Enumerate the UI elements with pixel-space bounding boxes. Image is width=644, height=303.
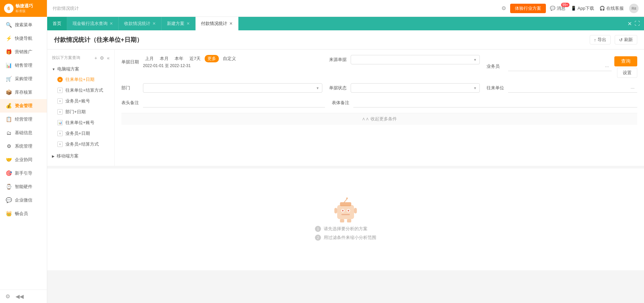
topbar-gear-icon[interactable]: ⚙ <box>501 5 506 11</box>
tab-new-plan-close-icon[interactable]: ✕ <box>186 21 190 26</box>
scheme-item-table-icon2: ≡ <box>57 98 63 104</box>
tab-receivable[interactable]: 收款情况统计 ✕ <box>119 17 162 30</box>
sidebar-item-purchase[interactable]: 🛒 采购管理 <box>0 72 47 86</box>
tab-receivable-label: 收款情况统计 <box>124 21 150 27</box>
filter-item-partner: 往来单位 ··· <box>487 83 637 93</box>
add-scheme-btn[interactable]: + <box>94 55 97 61</box>
scheme-item-unit-settle[interactable]: ≡ 往来单位+结算方式 <box>47 85 114 96</box>
sidebar-item-hardware[interactable]: ⌚ 智能硬件 <box>0 180 47 193</box>
notification-btn[interactable]: 💬 消息 99+ <box>550 5 565 11</box>
tab-bank-flow[interactable]: 现金银行流水查询 ✕ <box>67 17 119 30</box>
partner-dots-icon[interactable]: ··· <box>631 85 635 91</box>
svg-rect-9 <box>340 219 344 222</box>
tab-expand-icon[interactable]: ⛶ <box>635 21 640 27</box>
tab-new-plan[interactable]: 新建方案 ✕ <box>162 17 196 30</box>
scheme-item-table-icon: ≡ <box>57 88 63 93</box>
preset-more[interactable]: 更多 <box>205 55 219 62</box>
sidebar-item-search-menu[interactable]: 🔍 搜索菜单 <box>0 18 47 32</box>
guide-icon: 🎯 <box>5 170 12 177</box>
tab-payment-stats[interactable]: 付款情况统计 ✕ <box>196 17 238 30</box>
sidebar-nav: 🔍 搜索菜单 ⚡ 快捷导航 🎁 营销推广 📊 销售管理 🛒 采购管理 📦 库存核… <box>0 17 47 290</box>
tab-receivable-close-icon[interactable]: ✕ <box>152 21 156 26</box>
dept-select[interactable]: ▼ <box>143 83 322 93</box>
filter-item-body-note: 表体备注 <box>332 98 637 108</box>
doc-status-filter-label: 单据状态 <box>329 85 348 91</box>
filter-row-2: 部门 ▼ 单据状态 ▼ 往来单位 <box>121 83 637 93</box>
tab-home[interactable]: 首页 <box>47 17 67 30</box>
scheme-item-unit-account[interactable]: 📊 往来单位+账号 <box>47 117 114 128</box>
scheme-item-unit-date[interactable]: ● 往来单位+日期 <box>47 74 114 85</box>
filter-row-3: 表头备注 表体备注 <box>121 98 637 108</box>
scheme-collapse-icon[interactable]: « <box>107 55 110 61</box>
sidebar: 6 畅捷通巧 标准版 🔍 搜索菜单 ⚡ 快捷导航 🎁 营销推广 📊 销售管理 🛒… <box>0 0 47 303</box>
salesperson-value[interactable]: ··· <box>508 62 612 71</box>
query-btn[interactable]: 查询 <box>614 56 637 66</box>
scheme-item-staff-date[interactable]: ≡ 业务员+日期 <box>47 128 114 139</box>
scheme-panel: 按以下方案查询 + ⚙ « ▼ 电脑端方案 ● <box>47 50 115 166</box>
sidebar-item-label: 经营管理 <box>15 116 32 122</box>
tab-bank-flow-close-icon[interactable]: ✕ <box>110 21 113 26</box>
sidebar-item-label: 智能硬件 <box>15 184 32 190</box>
tab-payment-stats-close-icon[interactable]: ✕ <box>229 21 233 26</box>
sidebar-item-capital[interactable]: 💰 资金管理 <box>0 99 47 113</box>
sidebar-item-guide[interactable]: 🎯 新手引导 <box>0 166 47 180</box>
body-note-input[interactable] <box>353 98 637 108</box>
tab-home-label: 首页 <box>53 21 61 27</box>
doc-status-chevron-icon: ▼ <box>473 86 477 90</box>
preset-this-month[interactable]: 本月 <box>158 55 171 62</box>
notification-badge: 99+ <box>561 3 569 7</box>
empty-state: 1 请先选择要分析的方案 2 用过滤条件来缩小分析范围 <box>47 169 644 270</box>
sidebar-item-wechat[interactable]: 💬 企业微信 <box>0 193 47 207</box>
sidebar-item-inventory[interactable]: 📦 库存核算 <box>0 86 47 99</box>
scheme-item-staff-account[interactable]: ≡ 业务员+账号 <box>47 96 114 107</box>
refresh-btn[interactable]: ↺ 刷新 <box>615 35 637 44</box>
filter-area: 单据日期 上月 本月 本年 近7天 更多 自定义 2022-01-01 至 20… <box>115 50 644 166</box>
wechat-icon: 💬 <box>5 197 12 204</box>
empty-tip-2-text: 用过滤条件来缩小分析范围 <box>324 235 376 241</box>
sidebar-item-basic-info[interactable]: 🗂 基础信息 <box>0 126 47 140</box>
salesperson-dots-icon[interactable]: ··· <box>605 64 609 69</box>
partner-value[interactable]: ··· <box>508 83 637 93</box>
sidebar-item-label: 系统管理 <box>15 143 32 149</box>
logo-badge: 标准版 <box>16 9 33 13</box>
sidebar-logo: 6 畅捷通巧 标准版 <box>0 0 47 17</box>
scheme-group-mobile-header[interactable]: ▶ 移动端方案 <box>47 151 114 161</box>
sidebar-item-sales[interactable]: 📊 销售管理 <box>0 59 47 72</box>
header-note-input[interactable] <box>143 98 325 108</box>
service-icon: 🎧 <box>599 6 605 11</box>
scheme-group-desktop: ▼ 电脑端方案 ● 往来单位+日期 ≡ 往来单位+结算方式 ≡ <box>47 64 114 150</box>
trial-industry-btn[interactable]: 体验行业方案 <box>510 4 546 13</box>
message-icon: 💬 <box>550 6 555 11</box>
doc-status-select[interactable]: ▼ <box>351 83 480 93</box>
sidebar-item-quick-nav[interactable]: ⚡ 快捷导航 <box>0 32 47 45</box>
member-icon: 👑 <box>5 210 12 217</box>
scheme-group-desktop-header[interactable]: ▼ 电脑端方案 <box>47 64 114 74</box>
source-select[interactable]: ▼ <box>351 55 480 64</box>
preset-custom[interactable]: 自定义 <box>221 55 238 62</box>
settings-btn[interactable]: 设置 <box>617 68 637 78</box>
sidebar-item-enterprise[interactable]: 🤝 企业协同 <box>0 153 47 166</box>
svg-rect-10 <box>347 219 351 222</box>
scheme-group-arrow-right: ▶ <box>52 154 55 158</box>
preset-last-month[interactable]: 上月 <box>143 55 156 62</box>
logo-icon: 6 <box>4 4 13 13</box>
scheme-settings-icon[interactable]: ⚙ <box>100 55 104 61</box>
sidebar-item-marketing[interactable]: 🎁 营销推广 <box>0 45 47 59</box>
preset-last-7days[interactable]: 近7天 <box>187 55 203 62</box>
empty-tip-1: 1 请先选择要分析的方案 <box>315 226 376 232</box>
app-download-btn[interactable]: 📱 App下载 <box>571 5 594 11</box>
collapse-more-btn[interactable]: ∧∧ 收起更多条件 <box>121 113 637 125</box>
scheme-item-staff-settle[interactable]: ≡ 业务员+结算方式 <box>47 139 114 150</box>
top-right-actions: 💬 消息 99+ 📱 App下载 🎧 在线客服 Rit <box>550 4 639 13</box>
scheme-item-dept-date[interactable]: ≡ 部门+日期 <box>47 107 114 117</box>
sidebar-item-operation[interactable]: 📋 经营管理 <box>0 113 47 126</box>
tab-close-all-icon[interactable]: ✕ <box>627 21 632 27</box>
online-service-btn[interactable]: 🎧 在线客服 <box>599 5 624 11</box>
sidebar-item-member[interactable]: 👑 畅会员 <box>0 207 47 220</box>
export-btn[interactable]: ↑ 导出 <box>590 35 611 44</box>
user-avatar[interactable]: Rit <box>629 4 639 13</box>
settings-footer-icon[interactable]: ⚙ <box>5 293 10 300</box>
preset-this-year[interactable]: 本年 <box>173 55 185 62</box>
collapse-sidebar-icon[interactable]: ◀◀ <box>16 293 24 300</box>
sidebar-item-system[interactable]: ⚙ 系统管理 <box>0 140 47 153</box>
